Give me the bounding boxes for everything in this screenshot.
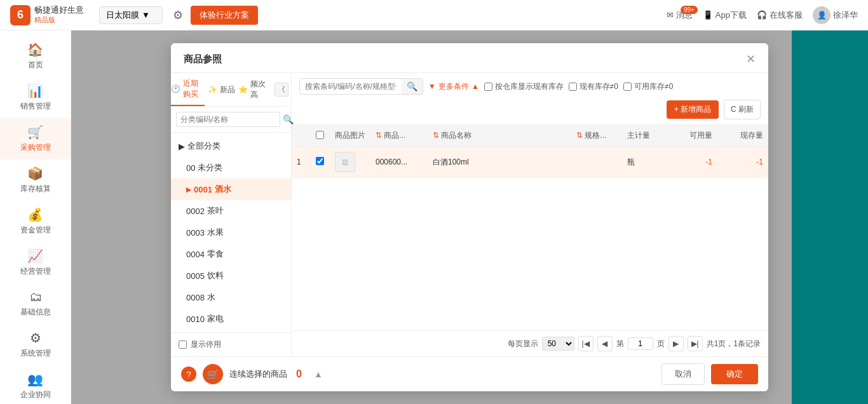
tab-frequent-label: 频次高 [250,79,272,100]
confirm-button[interactable]: 确定 [711,364,758,384]
sidebar-item-system[interactable]: ⚙ 系统管理 [0,324,71,365]
category-all-label: 全部分类 [187,140,220,152]
show-disabled-area: 显示停用 [171,332,291,356]
sidebar-item-home[interactable]: 🏠 首页 [0,36,71,77]
cart-button[interactable]: 🛒 [203,364,223,384]
category-item-uncategorized[interactable]: 00 未分类 [171,157,291,178]
category-0003-label: 0003 [186,228,205,238]
user-item[interactable]: 👤 徐泽华 [813,6,858,24]
experience-button[interactable]: 体验行业方案 [191,6,258,25]
product-table: 商品图片 ⇅ 商品... ⇅ 商品名称 [292,125,768,330]
show-disabled-checkbox[interactable] [179,340,187,349]
sort-icon-code: ⇅ [376,131,382,140]
col-header-spec: ⇅ 规格... [571,125,622,147]
logo-icon: 6 [10,5,31,25]
sidebar-item-operations[interactable]: 📈 经营管理 [0,242,71,283]
headset-icon: 🎧 [757,10,767,20]
col-header-unit: 主计量 [622,125,667,147]
prev-page-button[interactable]: ◀ [597,336,613,351]
store-selector[interactable]: 日太阳膜 ▼ [99,6,163,24]
cell-spec [571,147,622,178]
sort-icon-spec: ⇅ [576,131,583,140]
help-button[interactable]: ? [181,367,196,382]
purchase-icon: 🛒 [27,125,43,140]
category-item-liquor[interactable]: ▶ 0001 酒水 [171,178,291,200]
category-item-all[interactable]: ▶ 全部分类 [171,135,291,157]
category-item-water[interactable]: 0008 水 [171,286,291,308]
filter-button[interactable]: ▼ 更多条件 ▲ [428,81,479,92]
add-product-button[interactable]: + 新增商品 [667,100,719,119]
category-item-tea[interactable]: 0002 茶叶 [171,200,291,222]
available-nonzero-checkbox[interactable] [623,83,632,91]
table-row[interactable]: 1 🖼 [292,147,768,178]
col-header-image: 商品图片 [330,125,370,147]
app-download-item[interactable]: 📱 App下载 [703,10,747,21]
current-page-input[interactable] [628,337,653,350]
search-submit-icon[interactable]: 🔍 [402,79,423,94]
category-item-beverage[interactable]: 0005 饮料 [171,265,291,286]
category-0002-label: 0002 [186,206,205,216]
messages-item[interactable]: ✉ 消息 99+ [667,10,693,21]
messages-badge: 99+ [681,6,698,14]
col-spec-label: 规格... [585,131,606,140]
sidebar-item-purchase[interactable]: 🛒 采购管理 [0,118,71,159]
store-name: 日太阳膜 [106,10,139,21]
warehouse-checkbox[interactable] [484,83,492,91]
filter-label: 更多条件 [438,81,469,92]
category-item-fruit[interactable]: 0003 水果 [171,222,291,243]
chevron-down-icon: ▼ [142,10,150,20]
refresh-button[interactable]: C 刷新 [724,100,761,119]
sidebar-item-sales[interactable]: 📊 销售管理 [0,77,71,118]
first-page-button[interactable]: |◀ [578,336,593,351]
system-icon: ⚙ [30,330,41,346]
category-search-input[interactable] [176,112,280,127]
content-area: 商品参照 ✕ 🕐 近期购买 ✨ 新 [71,30,868,404]
brand-sub: 精品版 [34,15,84,25]
gear-icon[interactable]: ⚙ [173,8,183,22]
tab-recent[interactable]: 🕐 近期购买 [171,73,205,106]
sidebar: 🏠 首页 📊 销售管理 🛒 采购管理 📦 库存核算 💰 资金管理 📈 经营管理 … [0,30,71,404]
category-item-appliance[interactable]: 0010 家电 [171,308,291,330]
sidebar-label-sales: 销售管理 [20,101,51,112]
inventory-icon: 📦 [27,166,43,181]
cancel-button[interactable]: 取消 [661,363,705,385]
sidebar-item-finance[interactable]: 💰 资金管理 [0,201,71,242]
col-unit-label: 主计量 [627,131,650,140]
product-image-placeholder: 🖼 [335,152,355,172]
product-search-input[interactable] [300,79,402,93]
collapse-footer-button[interactable]: ▲ [311,367,326,382]
sidebar-label-inventory: 库存核算 [20,184,51,194]
new-icon: ✨ [208,85,217,94]
product-panel: 🔍 ▼ 更多条件 ▲ 按仓库显示现有库存 [292,73,768,356]
stock-nonzero-checkbox[interactable] [569,83,577,91]
toolbar-right: + 新增商品 C 刷新 [667,100,761,119]
cell-img: 🖼 [330,147,370,178]
sidebar-item-basic-info[interactable]: 🗂 基础信息 [0,283,71,324]
next-page-button[interactable]: ▶ [668,336,684,351]
topbar: 6 畅捷通好生意 精品版 日太阳膜 ▼ ⚙ 体验行业方案 ✉ 消息 99+ 📱 … [0,0,868,30]
select-all-checkbox[interactable] [316,131,324,139]
col-avail-label: 可用量 [689,131,712,140]
operations-icon: 📈 [27,248,43,264]
sidebar-item-enterprise[interactable]: 👥 企业协同 [0,365,71,404]
category-panel: 🕐 近期购买 ✨ 新品 ⭐ 频次高 《 [171,73,292,356]
online-service-item[interactable]: 🎧 在线客服 [757,10,803,21]
page-info: 共1页，1条记录 [707,339,761,349]
close-icon[interactable]: ✕ [746,52,756,66]
category-00-label: 00 [186,163,195,173]
tab-frequent[interactable]: ⭐ 频次高 [238,73,272,106]
filter-arrow-icon: ▲ [471,82,479,91]
collapse-panel-button[interactable]: 《 [275,83,288,97]
cell-stock: -1 [717,147,768,178]
sidebar-item-inventory[interactable]: 📦 库存核算 [0,159,71,201]
category-item-snack[interactable]: 0004 零食 [171,243,291,265]
row-checkbox[interactable] [316,157,324,165]
brand-name: 畅捷通好生意 [34,5,84,15]
last-page-button[interactable]: ▶| [688,336,703,351]
category-0001-label: 0001 [194,185,212,194]
page-size-select[interactable]: 50 20 100 [542,337,574,351]
tab-new[interactable]: ✨ 新品 [205,73,238,106]
col-code-label: 商品... [384,131,405,140]
filter-icon: ▼ [428,82,436,91]
category-0010-label: 0010 [186,314,205,324]
